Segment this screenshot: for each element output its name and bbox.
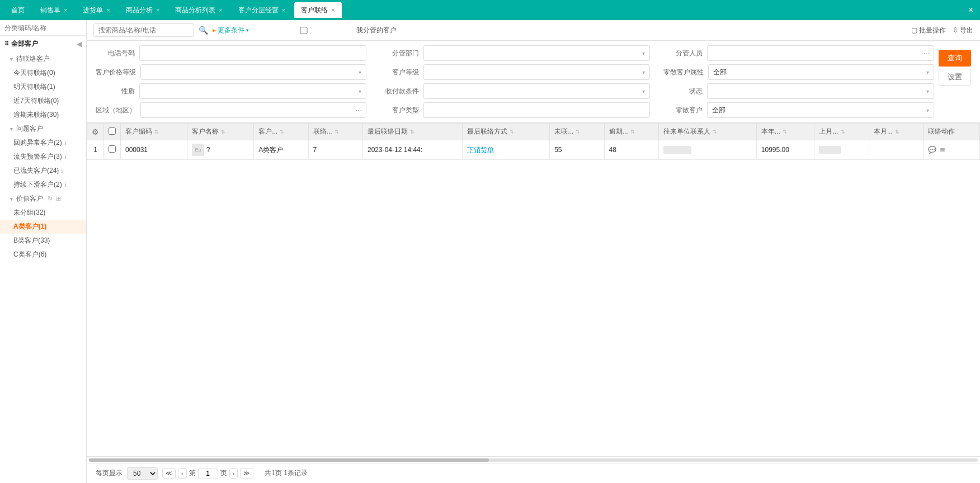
horizontal-scrollbar[interactable] bbox=[87, 456, 980, 463]
refresh-icon[interactable]: ↻ bbox=[48, 195, 53, 202]
sidebar-item-c-class[interactable]: C类客户(6) bbox=[0, 248, 86, 262]
sidebar-item-churn-warning[interactable]: 流失预警客户(3) ℹ bbox=[0, 150, 86, 164]
filter-customer-level-select[interactable]: ▾ bbox=[423, 64, 651, 80]
filter-retail-attr-label: 零散客户属性 bbox=[663, 68, 704, 77]
last-month-placeholder bbox=[819, 146, 841, 154]
filter-price-level: 客户价格等级 ▾ bbox=[96, 64, 366, 80]
filter-retail-customer-label: 零散客户 bbox=[663, 106, 703, 115]
sidebar-group-problem[interactable]: ▼ 问题客户 bbox=[0, 122, 86, 136]
main-search-input[interactable] bbox=[93, 23, 194, 37]
sidebar-item-tomorrow[interactable]: 明天待联络(1) bbox=[0, 80, 86, 94]
row-contact-count-value: 7 bbox=[313, 146, 317, 154]
tab-purchase[interactable]: 进货单 × bbox=[76, 2, 116, 18]
filter-retail-customer: 零散客户 全部 ▾ bbox=[663, 102, 934, 118]
chevron-down-icon-3: ▾ bbox=[642, 69, 645, 75]
collapse-sidebar-icon[interactable]: ◀ bbox=[77, 40, 82, 48]
sort-icon-type[interactable]: ⇅ bbox=[280, 129, 284, 135]
sort-icon-notcontacted[interactable]: ⇅ bbox=[576, 129, 580, 135]
sort-icon-lastmonth[interactable]: ⇅ bbox=[841, 129, 845, 135]
tab-purchase-label: 进货单 bbox=[83, 6, 103, 15]
sort-icon-thismonth[interactable]: ⇅ bbox=[895, 129, 899, 135]
sidebar-item-today[interactable]: 今天待联络(0) bbox=[0, 66, 86, 80]
chat-icon[interactable]: 💬 bbox=[928, 146, 936, 154]
sidebar-item-b-class[interactable]: B类客户(33) bbox=[0, 234, 86, 248]
first-page-button[interactable]: ≪ bbox=[162, 468, 176, 479]
filter-manager-select[interactable]: ··· bbox=[707, 45, 934, 61]
settings-button[interactable]: 设置 bbox=[939, 69, 971, 86]
my-customers-checkbox[interactable]: 我分管的客户 bbox=[253, 26, 397, 35]
tab-analysis-list-close[interactable]: × bbox=[219, 7, 222, 13]
filter-price-level-select[interactable]: ▾ bbox=[140, 64, 366, 80]
sidebar-all-customers[interactable]: ⠿ 全部客户 ◀ bbox=[0, 36, 86, 52]
contact-person-placeholder bbox=[663, 146, 691, 154]
filter-customer-type-select[interactable] bbox=[423, 102, 651, 118]
tab-purchase-close[interactable]: × bbox=[106, 7, 110, 13]
sidebar-item-declining[interactable]: 持续下滑客户(2) ℹ bbox=[0, 178, 86, 192]
tab-home[interactable]: 首页 bbox=[4, 2, 31, 18]
sort-icon-code[interactable]: ⇅ bbox=[154, 129, 159, 135]
filter-rows-container: 电话号码 分管部门 ▾ bbox=[96, 45, 971, 118]
next-page-button[interactable]: › bbox=[229, 468, 238, 479]
row-last-method-link[interactable]: 下销货单 bbox=[467, 146, 494, 154]
last-page-button[interactable]: ≫ bbox=[240, 468, 253, 479]
my-customers-check[interactable] bbox=[253, 27, 354, 34]
filter-customer-level-label: 客户等级 bbox=[380, 68, 419, 77]
tab-customer-tier-close[interactable]: × bbox=[282, 7, 285, 13]
sidebar-item-churned[interactable]: 已流失客户(24) ℹ bbox=[0, 164, 86, 178]
batch-operation-button[interactable]: ▢ 批量操作 bbox=[911, 26, 946, 35]
filter-manager-label: 分管人员 bbox=[663, 49, 703, 58]
sidebar-item-repurchase-abnormal[interactable]: 回购异常客户(2) ℹ bbox=[0, 136, 86, 150]
tab-customer-contact-close[interactable]: × bbox=[331, 7, 334, 13]
sidebar-search-input[interactable] bbox=[4, 24, 87, 32]
tab-sales[interactable]: 销售单 × bbox=[34, 2, 74, 18]
tab-customer-contact[interactable]: 客户联络 × bbox=[294, 2, 341, 18]
filter-dept: 分管部门 ▾ bbox=[380, 45, 651, 61]
sort-icon-thisyear[interactable]: ⇅ bbox=[783, 129, 787, 135]
filter-phone-input[interactable] bbox=[139, 45, 366, 61]
sidebar-item-overdue[interactable]: 逾期未联络(30) bbox=[0, 108, 86, 122]
sidebar-item-a-class[interactable]: A类客户(1) bbox=[0, 220, 86, 234]
filter-region-select[interactable]: ··· bbox=[140, 102, 366, 118]
more-filter-button[interactable]: ▸ 更多条件 ▾ bbox=[213, 26, 249, 35]
sidebar-group-pending[interactable]: ▼ 待联络客户 bbox=[0, 52, 86, 66]
sort-icon-overdue[interactable]: ⇅ bbox=[630, 129, 635, 135]
filter-payment-select[interactable]: ▾ bbox=[423, 83, 651, 99]
row-not-contacted: 55 bbox=[550, 140, 604, 160]
filter-status-select[interactable]: ▾ bbox=[707, 83, 934, 99]
sidebar-item-ungrouped[interactable]: 未分组(32) bbox=[0, 206, 86, 220]
filter-retail-customer-select[interactable]: 全部 ▾ bbox=[707, 102, 934, 118]
export-button[interactable]: ⇩ 导出 bbox=[953, 26, 973, 35]
sort-icon-contact[interactable]: ⇅ bbox=[334, 129, 339, 135]
sidebar-group-value[interactable]: ▼ 价值客户 ↻ ⊞ bbox=[0, 192, 86, 206]
window-close-button[interactable]: × bbox=[966, 5, 976, 15]
tab-customer-tier[interactable]: 客户分层经营 × bbox=[232, 2, 292, 18]
tab-sales-close[interactable]: × bbox=[64, 7, 67, 13]
scrollbar-thumb[interactable] bbox=[89, 458, 489, 462]
per-page-select[interactable]: 50 100 200 bbox=[127, 467, 158, 480]
prev-page-button[interactable]: ‹ bbox=[178, 468, 187, 479]
filter-retail-attr-select[interactable]: 全部 ▾ bbox=[708, 64, 934, 80]
filter-nature-select[interactable]: ▾ bbox=[139, 83, 366, 99]
tab-analysis[interactable]: 商品分析 × bbox=[119, 2, 166, 18]
page-number-input[interactable] bbox=[198, 468, 218, 479]
sidebar-item-7days[interactable]: 近7天待联络(0) bbox=[0, 94, 86, 108]
tab-analysis-list[interactable]: 商品分析列表 × bbox=[168, 2, 229, 18]
query-button[interactable]: 查询 bbox=[939, 50, 971, 67]
select-all-checkbox[interactable] bbox=[109, 127, 116, 135]
row-checkbox[interactable] bbox=[109, 145, 116, 153]
main-search-icon[interactable]: 🔍 bbox=[199, 26, 208, 35]
tab-analysis-close[interactable]: × bbox=[156, 7, 159, 13]
info-icon-1: ℹ bbox=[64, 140, 67, 146]
sort-icon-person[interactable]: ⇅ bbox=[713, 129, 717, 135]
sidebar-item-churn-warning-label: 流失预警客户(3) bbox=[13, 152, 62, 162]
filter-dept-select[interactable]: ▾ bbox=[423, 45, 651, 61]
filter-row-3: 性质 ▾ 收付款条件 ▾ bbox=[96, 83, 934, 99]
sort-icon-method[interactable]: ⇅ bbox=[510, 129, 514, 135]
menu-icon[interactable]: ≣ bbox=[940, 146, 945, 154]
sort-icon-name[interactable]: ⇅ bbox=[221, 129, 225, 135]
total-info: 共1页 1条记录 bbox=[265, 468, 308, 478]
table-settings-icon[interactable]: ⚙ bbox=[92, 127, 99, 136]
row-last-month bbox=[814, 140, 869, 160]
add-group-icon[interactable]: ⊞ bbox=[56, 195, 61, 202]
sort-icon-date[interactable]: ⇅ bbox=[410, 129, 414, 135]
